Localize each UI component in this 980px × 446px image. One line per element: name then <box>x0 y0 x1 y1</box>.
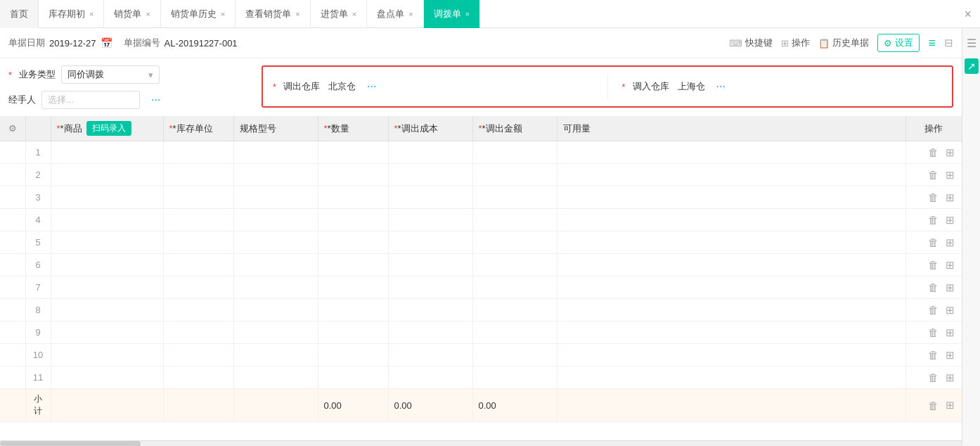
row-spec[interactable] <box>233 299 318 321</box>
copy-row-button[interactable]: ⊞ <box>944 169 956 181</box>
row-qty[interactable] <box>318 141 388 164</box>
delete-row-button[interactable]: 🗑 <box>927 146 940 158</box>
layout-icon1[interactable]: ≡ <box>928 36 936 51</box>
row-unit[interactable] <box>163 186 233 209</box>
row-amount[interactable] <box>472 344 557 367</box>
row-qty[interactable] <box>318 209 388 231</box>
row-cost[interactable] <box>388 344 472 367</box>
row-product[interactable] <box>51 186 163 209</box>
row-unit[interactable] <box>163 344 233 367</box>
copy-row-button[interactable]: ⊞ <box>944 214 956 227</box>
row-spec[interactable] <box>233 321 318 344</box>
row-unit[interactable] <box>163 231 233 254</box>
operations-btn[interactable]: ⊞ 操作 <box>781 37 810 49</box>
sidebar-external-icon[interactable]: ↗ <box>965 58 979 74</box>
copy-row-button[interactable]: ⊞ <box>944 326 956 339</box>
row-amount[interactable] <box>472 141 557 164</box>
shortcuts-btn[interactable]: ⌨ 快捷键 <box>729 37 773 49</box>
copy-row-button[interactable]: ⊞ <box>944 371 956 384</box>
row-spec[interactable] <box>233 164 318 186</box>
window-close-button[interactable]: × <box>955 0 980 28</box>
tab-inventory-init[interactable]: 库存期初 × <box>39 0 104 28</box>
row-product[interactable] <box>51 299 163 321</box>
copy-row-button[interactable]: ⊞ <box>944 304 956 317</box>
delete-row-button[interactable]: 🗑 <box>927 304 940 316</box>
row-spec[interactable] <box>233 367 318 389</box>
row-cost[interactable] <box>388 164 472 186</box>
row-cost[interactable] <box>388 254 472 276</box>
row-amount[interactable] <box>472 276 557 299</box>
row-amount[interactable] <box>472 299 557 321</box>
delete-row-button[interactable]: 🗑 <box>927 169 940 181</box>
scan-button[interactable]: 扫码录入 <box>86 121 131 136</box>
row-cost[interactable] <box>388 186 472 209</box>
row-cost[interactable] <box>388 141 472 164</box>
copy-row-button[interactable]: ⊞ <box>944 349 956 362</box>
copy-row-button[interactable]: ⊞ <box>944 281 956 294</box>
row-qty[interactable] <box>318 367 388 389</box>
delete-row-button[interactable]: 🗑 <box>927 259 940 271</box>
row-amount[interactable] <box>472 254 557 276</box>
row-unit[interactable] <box>163 276 233 299</box>
th-gear[interactable]: ⚙ <box>0 116 25 141</box>
row-amount[interactable] <box>472 186 557 209</box>
row-unit[interactable] <box>163 164 233 186</box>
row-qty[interactable] <box>318 164 388 186</box>
tab-view-sales-close[interactable]: × <box>295 10 299 18</box>
delete-row-button[interactable]: 🗑 <box>927 371 940 383</box>
row-cost[interactable] <box>388 276 472 299</box>
row-unit[interactable] <box>163 321 233 344</box>
delete-row-button[interactable]: 🗑 <box>927 236 940 248</box>
row-cost[interactable] <box>388 299 472 321</box>
row-qty[interactable] <box>318 276 388 299</box>
handler-more-btn[interactable]: ··· <box>151 94 160 106</box>
row-cost[interactable] <box>388 231 472 254</box>
row-product[interactable] <box>51 254 163 276</box>
row-cost[interactable] <box>388 209 472 231</box>
tab-view-sales[interactable]: 查看销货单 × <box>236 0 310 28</box>
row-product[interactable] <box>51 344 163 367</box>
tab-sales-order-close[interactable]: × <box>146 10 150 18</box>
row-product[interactable] <box>51 164 163 186</box>
table-scroll-container[interactable]: ⚙ **商品 扫码录入 **库存单位 规格型号 <box>0 116 962 440</box>
delete-row-button[interactable]: 🗑 <box>927 326 940 338</box>
row-spec[interactable] <box>233 209 318 231</box>
warehouse-out-more-btn[interactable]: ··· <box>367 80 376 93</box>
subtotal-delete-btn[interactable]: 🗑 <box>927 400 940 412</box>
row-spec[interactable] <box>233 344 318 367</box>
copy-row-button[interactable]: ⊞ <box>944 146 956 159</box>
row-unit[interactable] <box>163 367 233 389</box>
tab-home[interactable]: 首页 <box>0 0 39 28</box>
horizontal-scrollbar[interactable] <box>0 440 962 446</box>
warehouse-in-more-btn[interactable]: ··· <box>716 80 726 93</box>
row-product[interactable] <box>51 209 163 231</box>
delete-row-button[interactable]: 🗑 <box>927 191 940 203</box>
business-type-select[interactable]: 同价调拨 ▾ <box>61 65 160 84</box>
tab-sales-order[interactable]: 销货单 × <box>104 0 160 28</box>
tab-inventory-init-close[interactable]: × <box>89 10 94 18</box>
row-qty[interactable] <box>318 231 388 254</box>
row-spec[interactable] <box>233 254 318 276</box>
row-product[interactable] <box>51 231 163 254</box>
row-spec[interactable] <box>233 276 318 299</box>
tab-purchase[interactable]: 进货单 × <box>311 0 367 28</box>
row-product[interactable] <box>51 321 163 344</box>
row-cost[interactable] <box>388 367 472 389</box>
tab-inventory-check[interactable]: 盘点单 × <box>367 0 423 28</box>
delete-row-button[interactable]: 🗑 <box>927 214 940 226</box>
tab-sales-history[interactable]: 销货单历史 × <box>161 0 236 28</box>
row-qty[interactable] <box>318 254 388 276</box>
sidebar-list-icon[interactable]: ☰ <box>964 34 979 53</box>
delete-row-button[interactable]: 🗑 <box>927 281 940 293</box>
row-unit[interactable] <box>163 209 233 231</box>
row-spec[interactable] <box>233 141 318 164</box>
handler-select[interactable]: 选择... <box>41 91 140 109</box>
row-amount[interactable] <box>472 367 557 389</box>
subtotal-copy-btn[interactable]: ⊞ <box>944 399 956 412</box>
row-unit[interactable] <box>163 254 233 276</box>
history-btn[interactable]: 📋 历史单据 <box>818 37 869 49</box>
delete-row-button[interactable]: 🗑 <box>927 349 940 361</box>
calendar-icon[interactable]: 📅 <box>101 37 112 49</box>
row-amount[interactable] <box>472 231 557 254</box>
row-unit[interactable] <box>163 141 233 164</box>
